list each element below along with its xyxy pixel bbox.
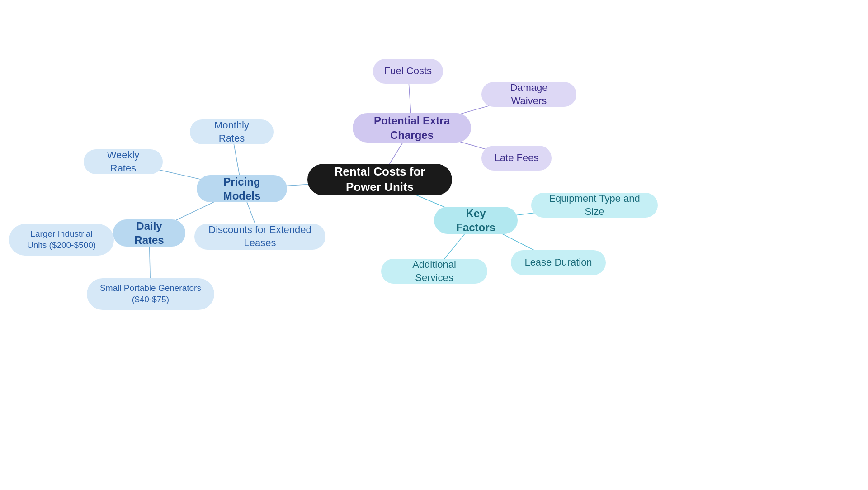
monthly-rates-node: Monthly Rates [190,119,274,144]
damage-waivers-node: Damage Waivers [481,82,576,107]
potential-extra-node: Potential Extra Charges [353,113,471,143]
fuel-costs-node: Fuel Costs [373,59,443,84]
small-generators-node: Small Portable Generators ($40-$75) [87,278,214,310]
central-node: Rental Costs for Power Units [307,164,452,195]
pricing-models-node: Pricing Models [197,175,287,202]
additional-services-node: Additional Services [381,259,487,284]
lease-duration-node: Lease Duration [511,250,606,275]
daily-rates-node: Daily Rates [113,219,185,247]
larger-units-node: Larger Industrial Units ($200-$500) [9,224,114,256]
late-fees-node: Late Fees [481,146,552,171]
discounts-node: Discounts for Extended Leases [194,224,326,250]
weekly-rates-node: Weekly Rates [84,149,163,174]
key-factors-node: Key Factors [434,207,518,234]
equipment-type-node: Equipment Type and Size [531,193,658,218]
